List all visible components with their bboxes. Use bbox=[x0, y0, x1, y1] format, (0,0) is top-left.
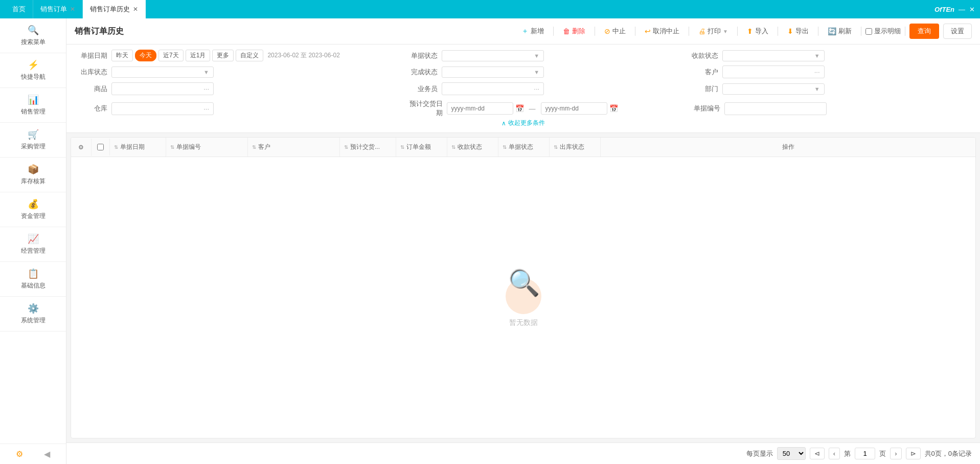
content-area: 销售订单历史 ＋ 新增 🗑 删除 ⊘ 中止 ↩ bbox=[66, 18, 980, 464]
query-button[interactable]: 查询 bbox=[909, 24, 939, 39]
sort-delivery-icon: ⇅ bbox=[344, 144, 348, 150]
new-button[interactable]: ＋ 新增 bbox=[516, 25, 549, 38]
table-wrapper: ⚙ ⇅ 单据日期 ⇅ 单据编号 ⇅ 客户 ⇅ bbox=[71, 137, 976, 438]
sidebar-item-ops-mgmt[interactable]: 📈 经营管理 bbox=[0, 227, 66, 262]
minimize-btn[interactable]: — bbox=[959, 6, 965, 13]
filter-salesperson: ··· bbox=[442, 82, 691, 95]
first-page-btn[interactable]: ⊲ bbox=[810, 448, 825, 459]
complete-status-arrow-icon: ▼ bbox=[534, 69, 539, 75]
page-jump-label: 第 bbox=[844, 449, 851, 458]
export-button[interactable]: ⬇ 导出 bbox=[782, 25, 814, 38]
close-sales-order-tab[interactable]: ✕ bbox=[70, 6, 75, 13]
doc-no-label: 单据编号 bbox=[694, 104, 724, 113]
tab-sales-order-history[interactable]: 销售订单历史 ✕ bbox=[83, 0, 146, 18]
date-range-text: 2023-06-02 至 2023-06-02 bbox=[267, 51, 339, 60]
sidebar-settings-icon[interactable]: ⚙ bbox=[16, 449, 23, 459]
show-detail-checkbox-label[interactable]: 显示明细 bbox=[865, 27, 901, 36]
show-detail-checkbox[interactable] bbox=[865, 28, 872, 35]
sys-mgmt-icon: ⚙️ bbox=[28, 303, 39, 314]
import-button[interactable]: ⬆ 导入 bbox=[742, 25, 773, 38]
sidebar-item-search-menu[interactable]: 🔍 搜索菜单 bbox=[0, 18, 66, 53]
export-icon: ⬇ bbox=[787, 27, 793, 35]
filter-warehouse: ··· bbox=[111, 102, 408, 115]
last-page-btn[interactable]: ⊳ bbox=[906, 448, 921, 459]
doc-status-select[interactable]: ▼ bbox=[442, 50, 544, 61]
toolbar-divider-5 bbox=[737, 27, 738, 36]
empty-magnifier-icon: 🔍 bbox=[508, 268, 540, 298]
select-all-checkbox[interactable] bbox=[97, 144, 104, 150]
empty-illustration: 🔍 bbox=[498, 268, 549, 314]
toolbar-divider-4 bbox=[689, 27, 689, 36]
tab-sales-order[interactable]: 销售订单 ✕ bbox=[33, 0, 83, 18]
salesperson-dots-icon[interactable]: ··· bbox=[534, 85, 539, 93]
top-bar: 首页 销售订单 ✕ 销售订单历史 ✕ OfTEn — ✕ bbox=[0, 0, 980, 18]
sidebar-item-fund-mgmt[interactable]: 💰 资金管理 bbox=[0, 192, 66, 227]
sidebar-item-sales-mgmt[interactable]: 📊 销售管理 bbox=[0, 88, 66, 123]
delete-button[interactable]: 🗑 删除 bbox=[558, 25, 590, 38]
doc-status-label: 单据状态 bbox=[411, 51, 442, 60]
doc-date-label: 单据日期 bbox=[75, 51, 111, 60]
page-size-label: 每页显示 bbox=[746, 449, 773, 458]
top-bar-right: OfTEn — ✕ bbox=[935, 6, 975, 13]
sort-doc-status-icon: ⇅ bbox=[503, 144, 507, 150]
goods-dots-icon[interactable]: ··· bbox=[203, 85, 209, 93]
page-size-select[interactable]: 50 10 20 100 bbox=[777, 447, 806, 460]
sidebar-item-quick-nav[interactable]: ⚡ 快捷导航 bbox=[0, 53, 66, 88]
prev-page-btn[interactable]: ‹ bbox=[829, 448, 840, 459]
th-doc-status: ⇅ 单据状态 bbox=[498, 138, 550, 157]
tab-home[interactable]: 首页 bbox=[5, 0, 33, 18]
out-status-select[interactable]: ▼ bbox=[111, 67, 214, 78]
sidebar-item-purchase-mgmt[interactable]: 🛒 采购管理 bbox=[0, 123, 66, 158]
close-app-btn[interactable]: ✕ bbox=[969, 6, 975, 13]
pay-status-select[interactable]: ▼ bbox=[722, 50, 825, 61]
search-menu-icon: 🔍 bbox=[28, 25, 39, 36]
delivery-cal-start-icon[interactable]: 📅 bbox=[515, 104, 524, 113]
th-gear[interactable]: ⚙ bbox=[71, 139, 92, 156]
filter-row-3: 商品 ··· 业务员 ··· 部门 bbox=[75, 82, 972, 95]
complete-status-select[interactable]: ▼ bbox=[442, 67, 544, 78]
date-btn-custom[interactable]: 自定义 bbox=[236, 50, 263, 61]
stop-button[interactable]: ⊘ 中止 bbox=[599, 25, 631, 38]
collapse-button[interactable]: ∧ 收起更多条件 bbox=[75, 119, 972, 127]
th-action: 操作 bbox=[601, 138, 975, 157]
date-btn-more[interactable]: 更多 bbox=[212, 50, 234, 61]
filter-date-content: 昨天 今天 近7天 近1月 更多 自定义 2023-06-02 至 2023-0… bbox=[111, 50, 411, 61]
refresh-button[interactable]: 🔄 刷新 bbox=[823, 25, 857, 38]
date-btn-last1m[interactable]: 近1月 bbox=[186, 50, 211, 61]
filter-goods: ··· bbox=[111, 82, 411, 95]
date-btn-last7[interactable]: 近7天 bbox=[158, 50, 184, 61]
dept-arrow-icon: ▼ bbox=[814, 86, 820, 92]
next-page-btn[interactable]: › bbox=[890, 448, 901, 459]
toolbar-divider-8 bbox=[861, 27, 861, 36]
delivery-date-start-input[interactable] bbox=[447, 102, 513, 115]
date-btn-today[interactable]: 今天 bbox=[135, 50, 156, 61]
sidebar-collapse-icon[interactable]: ◀ bbox=[44, 449, 50, 459]
cancel-stop-button[interactable]: ↩ 取消中止 bbox=[640, 25, 685, 38]
setting-button[interactable]: 设置 bbox=[943, 24, 972, 39]
filter-row-1: 单据日期 昨天 今天 近7天 近1月 更多 自定义 2023-06-02 至 2… bbox=[75, 50, 972, 61]
sidebar-item-inventory-calc[interactable]: 📦 库存核算 bbox=[0, 158, 66, 192]
customer-dots-icon[interactable]: ··· bbox=[814, 68, 820, 76]
warehouse-dots-icon[interactable]: ··· bbox=[203, 105, 209, 113]
out-status-arrow-icon: ▼ bbox=[203, 69, 209, 75]
ops-mgmt-icon: 📈 bbox=[28, 233, 39, 245]
delivery-cal-end-icon[interactable]: 📅 bbox=[609, 104, 618, 113]
toolbar-divider-7 bbox=[818, 27, 818, 36]
customer-label: 客户 bbox=[692, 68, 722, 77]
doc-no-input[interactable] bbox=[724, 102, 827, 115]
delivery-date-label: 预计交货日期 bbox=[408, 99, 447, 118]
print-button[interactable]: 🖨 打印 ▼ bbox=[693, 25, 733, 38]
date-btn-yesterday[interactable]: 昨天 bbox=[111, 50, 133, 61]
toolbar-divider-2 bbox=[595, 27, 595, 36]
page-number-input[interactable] bbox=[855, 448, 875, 459]
sidebar-item-base-info[interactable]: 📋 基础信息 bbox=[0, 262, 66, 297]
sidebar-item-sys-mgmt[interactable]: ⚙️ 系统管理 bbox=[0, 297, 66, 332]
pay-status-label: 收款状态 bbox=[692, 51, 722, 60]
sort-pay-status-icon: ⇅ bbox=[451, 144, 455, 150]
dept-select[interactable]: ▼ bbox=[722, 83, 825, 95]
th-checkbox[interactable] bbox=[92, 139, 110, 156]
total-records-text: 共0页，0条记录 bbox=[925, 449, 972, 458]
filter-row-2: 出库状态 ▼ 完成状态 ▼ 客户 bbox=[75, 65, 972, 78]
delivery-date-end-input[interactable] bbox=[541, 102, 607, 115]
close-history-tab[interactable]: ✕ bbox=[133, 6, 138, 13]
